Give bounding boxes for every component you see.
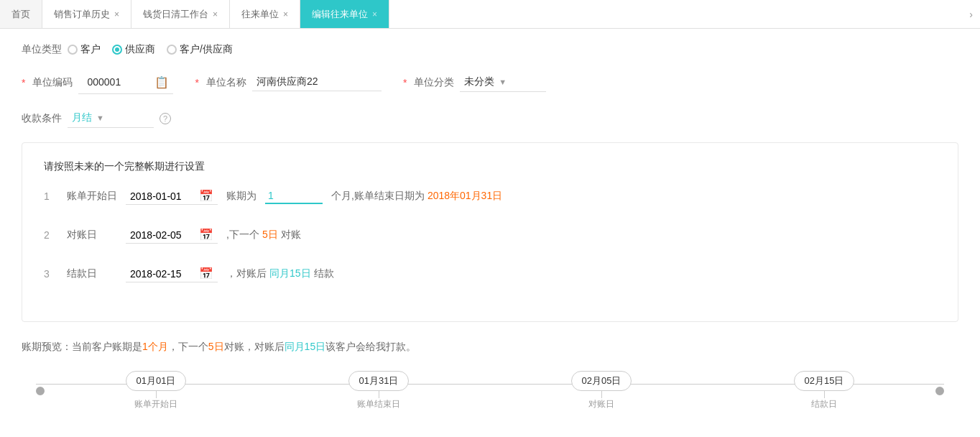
period-label: 账期为: [226, 190, 256, 203]
unit-type-row: 单位类型 客户 供应商 客户/供应商: [22, 43, 958, 56]
close-sales-history[interactable]: ×: [114, 9, 119, 19]
start-date-input[interactable]: [130, 190, 195, 202]
row-label-payment: 结款日: [67, 267, 117, 280]
timeline-bubble-1: 01月01日: [126, 371, 187, 391]
preview-text: 账期预览：当前客户账期是1个月，下一个5日对账，对账后同月15日该客户会给我打款…: [22, 341, 958, 354]
reconcile-desc: ,下一个5日对账: [226, 229, 301, 242]
close-edit-partner[interactable]: ×: [372, 9, 377, 19]
tab-scroll-right[interactable]: ›: [962, 0, 980, 28]
payment-terms-label: 收款条件: [22, 112, 62, 125]
payment-dropdown-arrow: ▼: [96, 114, 104, 122]
data-row-3: 3 结款日 📅 ，对账后同月15日结款: [44, 265, 936, 282]
radio-both[interactable]: 客户/供应商: [167, 43, 233, 56]
start-date-calendar-icon[interactable]: 📅: [199, 189, 213, 203]
timeline-connector-v-3: [601, 391, 602, 398]
timeline-label-2: 账单结束日: [357, 398, 400, 410]
row-number-3: 3: [44, 268, 58, 280]
radio-circle-both: [167, 45, 177, 55]
row-label-start: 账单开始日: [67, 190, 117, 203]
data-row-1: 1 账单开始日 📅 账期为 个月,账单结束日期为 2018年01月31日: [44, 188, 936, 205]
payment-desc: ，对账后同月15日结款: [226, 267, 334, 280]
timeline-bubble-3: 02月05日: [571, 371, 632, 391]
timeline-label-1: 账单开始日: [134, 398, 177, 410]
timeline: 01月01日 账单开始日 01月31日 账单结束日 02月05日 对账日: [22, 371, 958, 410]
payment-terms-select[interactable]: 月结 ▼: [68, 109, 154, 128]
radio-circle-customer: [68, 45, 78, 55]
panel-title: 请按照未来的一个完整帐期进行设置: [44, 160, 936, 173]
reconcile-date-input-wrap: 📅: [126, 226, 218, 244]
reconcile-date-calendar-icon[interactable]: 📅: [199, 228, 213, 242]
timeline-label-4: 结款日: [811, 398, 837, 410]
period-unit-desc: 个月,账单结束日期为 2018年01月31日: [331, 190, 502, 203]
radio-group-unit-type: 客户 供应商 客户/供应商: [68, 43, 233, 56]
row-label-reconcile: 对账日: [67, 229, 117, 242]
preview-payment-day: 同月15日: [285, 341, 326, 352]
timeline-connector-v-2: [379, 391, 379, 398]
timeline-start-dot: [36, 387, 45, 395]
period-input[interactable]: [265, 188, 323, 204]
reconcile-day-highlight: 5日: [262, 229, 278, 242]
unit-code-icon[interactable]: 📋: [154, 75, 169, 89]
payment-terms-row: 收款条件 月结 ▼ ?: [22, 109, 958, 128]
timeline-end-dot: [935, 387, 944, 395]
unit-category-select[interactable]: 未分类 ▼: [460, 73, 546, 92]
tab-home[interactable]: 首页: [0, 0, 42, 28]
end-dot: [935, 387, 944, 395]
timeline-point-4: 02月15日 结款日: [713, 371, 935, 410]
payment-day-highlight: 同月15日: [269, 267, 311, 280]
unit-type-label: 单位类型: [22, 43, 62, 56]
tab-cash-work[interactable]: 钱货日清工作台 ×: [131, 0, 230, 28]
payment-date-calendar-icon[interactable]: 📅: [199, 267, 213, 280]
unit-name-label: 单位名称: [206, 76, 246, 89]
preview-reconcile-day: 5日: [208, 341, 224, 352]
reconcile-date-input[interactable]: [130, 229, 195, 241]
unit-name-group: * 单位名称: [195, 73, 381, 91]
timeline-point-1: 01月01日 账单开始日: [45, 371, 267, 410]
timeline-connector-v-4: [824, 391, 825, 398]
end-date-highlight: 2018年01月31日: [427, 190, 502, 203]
main-content: 单位类型 客户 供应商 客户/供应商 * 单位编码: [0, 29, 980, 437]
close-partner[interactable]: ×: [283, 9, 288, 19]
payment-terms-group: 收款条件 月结 ▼ ?: [22, 109, 171, 128]
required-star-cat: *: [403, 77, 407, 88]
timeline-bubble-4: 02月15日: [794, 371, 855, 391]
tab-edit-partner[interactable]: 编辑往来单位 ×: [300, 0, 389, 28]
tab-sales-history[interactable]: 销售订单历史 ×: [42, 0, 131, 28]
radio-circle-supplier: [112, 45, 122, 55]
row-number-2: 2: [44, 229, 58, 241]
timeline-point-3: 02月05日 对账日: [490, 371, 713, 410]
radio-customer[interactable]: 客户: [68, 43, 101, 56]
unit-name-input[interactable]: [252, 73, 382, 91]
unit-code-label: 单位编码: [32, 76, 73, 89]
unit-category-label: 单位分类: [414, 76, 454, 89]
tab-bar: 首页 销售订单历史 × 钱货日清工作台 × 往来单位 × 编辑往来单位 × ›: [0, 0, 980, 29]
data-row-2: 2 对账日 📅 ,下一个5日对账: [44, 226, 936, 244]
preview-section: 账期预览：当前客户账期是1个月，下一个5日对账，对账后同月15日该客户会给我打款…: [22, 329, 958, 422]
category-dropdown-arrow: ▼: [499, 78, 507, 86]
tab-partner[interactable]: 往来单位 ×: [230, 0, 300, 28]
timeline-point-2: 01月31日 账单结束日: [267, 371, 490, 410]
unit-category-group: * 单位分类 未分类 ▼: [403, 73, 546, 92]
start-dot: [36, 387, 45, 395]
unit-code-input[interactable]: [83, 73, 154, 91]
payment-date-input[interactable]: [130, 268, 195, 280]
row-number-1: 1: [44, 190, 58, 202]
unit-code-input-wrap: 📋: [78, 70, 173, 94]
required-star-code: *: [22, 77, 25, 88]
unit-type-group: 单位类型 客户 供应商 客户/供应商: [22, 43, 233, 56]
close-cash-work[interactable]: ×: [213, 9, 218, 19]
unit-info-row: * 单位编码 📋 * 单位名称 * 单位分类 未分类 ▼: [22, 70, 958, 94]
timeline-label-3: 对账日: [588, 398, 614, 410]
start-date-input-wrap: 📅: [126, 188, 218, 205]
payment-terms-help[interactable]: ?: [160, 113, 171, 124]
settings-panel: 请按照未来的一个完整帐期进行设置 1 账单开始日 📅 账期为 个月,账单结束日期…: [22, 142, 958, 322]
unit-code-group: * 单位编码 📋: [22, 70, 173, 94]
preview-months: 1个月: [142, 341, 168, 352]
timeline-bubble-2: 01月31日: [348, 371, 410, 391]
timeline-connector-v-1: [156, 391, 157, 398]
radio-supplier[interactable]: 供应商: [112, 43, 155, 56]
payment-date-input-wrap: 📅: [126, 265, 218, 282]
required-star-name: *: [195, 77, 198, 88]
